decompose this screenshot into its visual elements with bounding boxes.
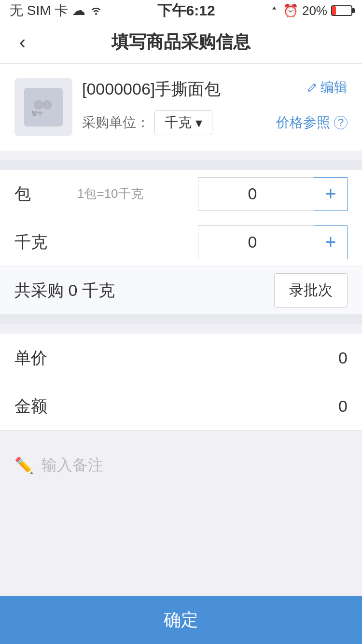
- edit-label: 编辑: [320, 78, 348, 97]
- unit-value: 千克: [165, 113, 192, 132]
- unit-price-row: 单价 0: [0, 334, 362, 382]
- amount-label: 金额: [14, 395, 47, 418]
- kg-input-row: 千克 +: [0, 218, 362, 266]
- product-info: [0000006]手撕面包 编辑 采购单位： 千克 ▾ 价格参照 ?: [82, 78, 348, 135]
- amount-row: 金额 0: [0, 382, 362, 431]
- svg-point-0: [95, 13, 97, 15]
- kg-label: 千克: [14, 231, 72, 253]
- purchase-unit-label: 采购单位：: [82, 113, 150, 132]
- input-section: 包 1包=10千克 + 千克 + 共采购 0 千克 录批次: [0, 170, 362, 315]
- location-icon: [269, 3, 279, 18]
- product-name-row: [0000006]手撕面包 编辑: [82, 78, 348, 100]
- status-left: 无 SIM 卡 ☁: [10, 1, 103, 20]
- unit-price-value: 0: [338, 349, 348, 367]
- bag-input-row: 包 1包=10千克 +: [0, 170, 362, 218]
- battery-percent: 20%: [302, 3, 327, 18]
- dropdown-icon: ▾: [195, 115, 202, 131]
- edit-button[interactable]: 编辑: [307, 78, 348, 97]
- content-spacer: [0, 490, 362, 587]
- price-ref-help-icon: ?: [334, 116, 348, 129]
- wifi-icon: [89, 6, 103, 15]
- status-time: 下午6:12: [157, 1, 215, 21]
- confirm-button-label: 确定: [164, 608, 198, 632]
- nav-bar: ‹ 填写商品采购信息: [0, 21, 362, 64]
- product-thumbnail: 智十: [24, 88, 63, 126]
- battery-icon: [331, 5, 352, 16]
- total-text: 共采购 0 千克: [14, 280, 115, 302]
- price-ref-button[interactable]: 价格参照 ?: [276, 113, 348, 132]
- svg-text:智十: 智十: [31, 110, 43, 117]
- back-button[interactable]: ‹: [14, 27, 30, 58]
- edit-icon: [307, 82, 318, 93]
- divider-2: [0, 315, 362, 324]
- svg-point-1: [34, 100, 43, 110]
- bag-plus-button[interactable]: +: [314, 177, 348, 211]
- no-sim-label: 无 SIM 卡 ☁: [10, 1, 85, 20]
- alarm-icon: ⏰: [283, 3, 298, 18]
- bag-quantity-input[interactable]: [198, 177, 314, 211]
- total-row: 共采购 0 千克 录批次: [0, 266, 362, 315]
- remark-placeholder: 输入备注: [42, 455, 103, 476]
- page-title: 填写商品采购信息: [111, 30, 251, 54]
- kg-input-right: +: [198, 225, 348, 259]
- status-right: ⏰ 20%: [269, 3, 352, 18]
- product-image: 智十: [14, 78, 72, 136]
- bag-label: 包: [14, 183, 72, 205]
- price-ref-label: 价格参照: [276, 113, 330, 132]
- amount-value: 0: [338, 397, 348, 416]
- unit-select[interactable]: 千克 ▾: [154, 110, 212, 135]
- bag-input-right: +: [198, 177, 348, 211]
- svg-point-2: [42, 100, 52, 110]
- kg-quantity-input[interactable]: [198, 225, 314, 259]
- confirm-button[interactable]: 确定: [0, 596, 362, 644]
- status-bar: 无 SIM 卡 ☁ 下午6:12 ⏰ 20%: [0, 0, 362, 21]
- product-card: 智十 [0000006]手撕面包 编辑 采购单位： 千克 ▾: [0, 64, 362, 151]
- divider-1: [0, 160, 362, 170]
- bag-sublabel: 1包=10千克: [77, 185, 143, 202]
- batch-button[interactable]: 录批次: [274, 273, 348, 308]
- purchase-unit-row: 采购单位： 千克 ▾ 价格参照 ?: [82, 110, 348, 135]
- pencil-icon: ✏️: [14, 456, 34, 475]
- unit-price-label: 单价: [14, 347, 47, 369]
- kg-plus-button[interactable]: +: [314, 225, 348, 259]
- product-name: [0000006]手撕面包: [82, 78, 221, 100]
- remark-section[interactable]: ✏️ 输入备注: [0, 440, 362, 490]
- price-section: 单价 0 金额 0: [0, 334, 362, 431]
